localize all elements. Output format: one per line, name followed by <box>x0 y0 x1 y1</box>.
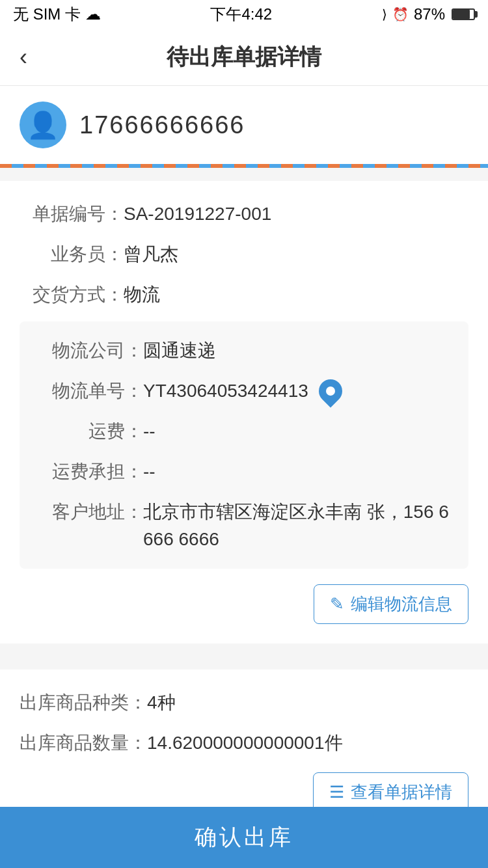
status-left: 无 SIM 卡 ☁ <box>13 4 101 25</box>
section-separator-1 <box>0 644 488 657</box>
confirm-button[interactable]: 确认出库 <box>0 822 488 852</box>
location-pin-icon[interactable] <box>314 375 347 408</box>
delivery-method-label: 交货方式： <box>20 281 124 308</box>
view-detail-label: 查看单据详情 <box>351 781 452 804</box>
delivery-method-value: 物流 <box>124 281 468 308</box>
logistics-box: 物流公司： 圆通速递 物流单号： YT43064053424413 运费： --… <box>20 321 468 569</box>
customer-phone: 17666666666 <box>79 111 245 139</box>
back-button[interactable]: ‹ <box>20 37 40 77</box>
edit-icon: ✎ <box>330 594 344 614</box>
goods-types-label: 出库商品种类： <box>20 689 147 716</box>
goods-types-value: 4种 <box>147 689 468 716</box>
salesman-label: 业务员： <box>20 241 124 268</box>
nav-bar: ‹ 待出库单据详情 <box>0 29 488 86</box>
battery-icon <box>452 8 475 20</box>
user-icon: 👤 <box>27 110 59 141</box>
status-bar: 无 SIM 卡 ☁ 下午4:42 ⟩ ⏰ 87% <box>0 0 488 29</box>
address-row: 客户地址： 北京市市辖区海淀区永丰南 张，156 6666 6666 <box>39 498 449 553</box>
freight-label: 运费： <box>39 418 143 445</box>
document-no-label: 单据编号： <box>20 200 124 228</box>
goods-count-row: 出库商品数量： 14.620000000000001件 <box>20 729 468 757</box>
salesman-row: 业务员： 曾凡杰 <box>20 241 468 268</box>
avatar: 👤 <box>20 102 66 148</box>
logistics-company-label: 物流公司： <box>39 337 143 364</box>
salesman-value: 曾凡杰 <box>124 241 468 268</box>
alarm-icon: ⏰ <box>392 7 409 22</box>
status-time: 下午4:42 <box>210 4 272 25</box>
freight-value: -- <box>143 418 449 445</box>
document-no-row: 单据编号： SA-20191227-001 <box>20 200 468 228</box>
freight-bear-value: -- <box>143 458 449 485</box>
logistics-company-row: 物流公司： 圆通速递 <box>39 337 449 364</box>
status-right: ⟩ ⏰ 87% <box>382 5 475 23</box>
tracking-no-label: 物流单号： <box>39 377 143 405</box>
list-icon: ☰ <box>329 782 344 802</box>
basic-info-section: 单据编号： SA-20191227-001 业务员： 曾凡杰 交货方式： 物流 … <box>0 181 488 644</box>
sim-text: 无 SIM 卡 ☁ <box>13 4 101 25</box>
tracking-no-row: 物流单号： YT43064053424413 <box>39 377 449 405</box>
delivery-method-row: 交货方式： 物流 <box>20 281 468 308</box>
address-label: 客户地址： <box>39 498 143 526</box>
edit-logistics-button[interactable]: ✎ 编辑物流信息 <box>314 584 468 624</box>
edit-logistics-label: 编辑物流信息 <box>351 593 452 616</box>
freight-row: 运费： -- <box>39 418 449 445</box>
logistics-company-value: 圆通速递 <box>143 337 449 364</box>
document-no-value: SA-20191227-001 <box>124 200 468 228</box>
view-detail-button[interactable]: ☰ 查看单据详情 <box>313 772 468 812</box>
confirm-btn-wrap: 确认出库 <box>0 807 488 868</box>
goods-types-row: 出库商品种类： 4种 <box>20 689 468 716</box>
freight-bear-label: 运费承担： <box>39 458 143 485</box>
battery-text: 87% <box>414 5 445 23</box>
page-title: 待出库单据详情 <box>167 42 321 72</box>
address-value: 北京市市辖区海淀区永丰南 张，156 6666 6666 <box>143 498 449 553</box>
decorative-dashed-line <box>0 164 488 168</box>
goods-count-value: 14.620000000000001件 <box>147 729 468 757</box>
edit-logistics-btn-row: ✎ 编辑物流信息 <box>20 584 468 624</box>
view-detail-btn-row: ☰ 查看单据详情 <box>20 772 468 812</box>
location-icon: ⟩ <box>382 7 387 22</box>
freight-bear-row: 运费承担： -- <box>39 458 449 485</box>
goods-count-label: 出库商品数量： <box>20 729 147 757</box>
customer-header: 👤 17666666666 <box>0 86 488 164</box>
tracking-no-value: YT43064053424413 <box>143 377 308 405</box>
